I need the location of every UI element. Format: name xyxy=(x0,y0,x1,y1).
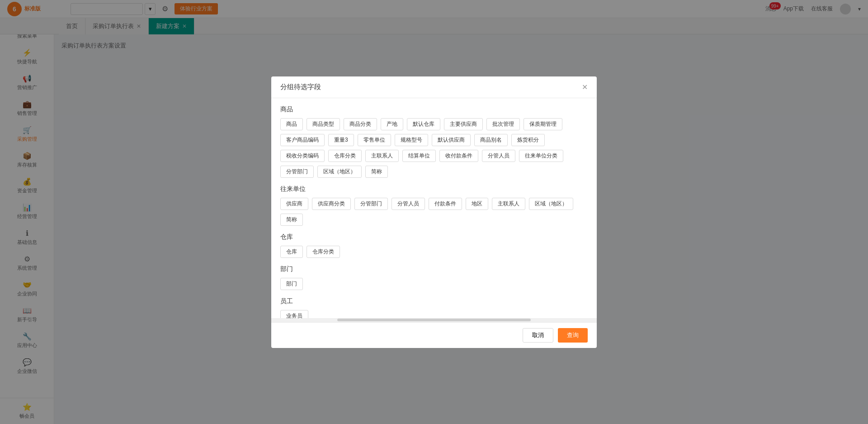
modal-overlay: 分组待选字段 ✕ 商品 商品 商品类型 商品分类 产地 默认仓库 主要供应商 批… xyxy=(0,0,868,62)
